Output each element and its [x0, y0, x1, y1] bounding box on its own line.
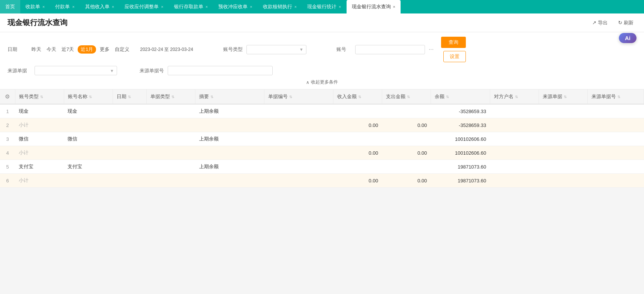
- account-input[interactable]: [355, 45, 425, 54]
- nav-tab-xianjinyinhang-query[interactable]: 现金银行流水查询 ×: [347, 0, 401, 13]
- close-icon[interactable]: ×: [161, 4, 163, 9]
- nav-tab-yinhangcunqu[interactable]: 银行存取款单 ×: [169, 0, 213, 13]
- account-type-label: 账号类型: [223, 46, 243, 53]
- export-icon: ↗: [592, 20, 596, 25]
- ai-badge[interactable]: Ai: [619, 33, 636, 43]
- source-doc-select[interactable]: [35, 66, 117, 75]
- cell-source-doc: [539, 174, 587, 188]
- close-icon[interactable]: ×: [250, 4, 252, 9]
- col-balance[interactable]: 余额⇅: [431, 90, 490, 104]
- col-date[interactable]: 日期⇅: [113, 90, 146, 104]
- row-number: 4: [0, 146, 15, 160]
- settings-button[interactable]: 设置: [443, 51, 466, 62]
- cell-account-name: 微信: [64, 132, 113, 146]
- collapse-up-icon: ∧: [306, 80, 309, 85]
- cell-income: [333, 160, 382, 174]
- row-number: 3: [0, 132, 15, 146]
- cell-summary: [195, 118, 264, 132]
- col-source-doc[interactable]: 来源单据⇅: [539, 90, 587, 104]
- close-icon[interactable]: ×: [42, 4, 45, 9]
- cell-doc-no: [264, 146, 333, 160]
- nav-tab-yushouzhong[interactable]: 预收冲应收单 ×: [213, 0, 257, 13]
- nav-tab-xianjinyinhang-stat[interactable]: 现金银行统计 ×: [302, 0, 346, 13]
- cell-doc-type: [147, 160, 195, 174]
- nav-tab-qitashouru[interactable]: 其他收入单 ×: [80, 0, 119, 13]
- source-doc-num-input[interactable]: [168, 66, 273, 75]
- cell-doc-type: [147, 174, 195, 188]
- date-opt-more[interactable]: 更多: [98, 45, 111, 54]
- cell-income: [333, 132, 382, 146]
- col-source-doc-no[interactable]: 来源单据号⇅: [587, 90, 644, 104]
- top-nav: 首页 收款单 × 付款单 × 其他收入单 × 应收应付调整单 × 银行存取款单 …: [0, 0, 644, 13]
- source-doc-num-label: 来源单据号: [140, 67, 164, 74]
- close-icon[interactable]: ×: [339, 4, 341, 9]
- close-icon[interactable]: ×: [393, 4, 395, 9]
- nav-home[interactable]: 首页: [0, 0, 20, 13]
- close-icon[interactable]: ×: [112, 4, 114, 9]
- cell-doc-type: [147, 118, 195, 132]
- cell-summary: 上期余额: [195, 160, 264, 174]
- data-table: ⚙ 账号类型⇅ 账号名称⇅ 日期⇅ 单据类型⇅ 摘要⇅ 单据编号⇅ 收入金额⇅ …: [0, 90, 644, 188]
- cell-source-doc-no: [587, 160, 644, 174]
- close-icon[interactable]: ×: [294, 4, 297, 9]
- refresh-button[interactable]: ↻ 刷新: [615, 18, 636, 28]
- cell-account-type: 小计: [15, 146, 64, 160]
- close-icon[interactable]: ×: [206, 4, 208, 9]
- export-button[interactable]: ↗ 导出: [589, 18, 611, 28]
- cell-balance: -3528659.33: [431, 118, 490, 132]
- cell-income: 0.00: [333, 146, 382, 160]
- cell-balance: 19871073.60: [431, 174, 490, 188]
- col-counterparty[interactable]: 对方户名⇅: [490, 90, 539, 104]
- cell-date: [113, 174, 146, 188]
- account-type-select[interactable]: [246, 45, 306, 54]
- col-summary[interactable]: 摘要⇅: [195, 90, 264, 104]
- col-income[interactable]: 收入金额⇅: [333, 90, 382, 104]
- col-expense[interactable]: 支出金额⇅: [382, 90, 431, 104]
- date-opt-7days[interactable]: 近7天: [60, 45, 75, 54]
- close-icon[interactable]: ×: [72, 4, 74, 9]
- nav-tab-shoudan[interactable]: 收款单 ×: [20, 0, 50, 13]
- cell-expense: [382, 104, 431, 118]
- date-options: 昨天 今天 近7天 近1月 更多 自定义: [30, 45, 131, 54]
- date-opt-custom[interactable]: 自定义: [113, 45, 131, 54]
- row-number: 6: [0, 174, 15, 188]
- gear-icon[interactable]: ⚙: [5, 93, 10, 100]
- nav-tab-fukuan[interactable]: 付款单 ×: [50, 0, 80, 13]
- cell-source-doc: [539, 160, 587, 174]
- cell-balance: 19871073.60: [431, 160, 490, 174]
- sort-icon: ⇅: [564, 95, 567, 99]
- date-opt-1month[interactable]: 近1月: [78, 45, 96, 54]
- col-account-type[interactable]: 账号类型⇅: [15, 90, 64, 104]
- cell-balance: 100102606.60: [431, 146, 490, 160]
- cell-summary: 上期余额: [195, 104, 264, 118]
- cell-counterparty: [490, 146, 539, 160]
- date-opt-yesterday[interactable]: 昨天: [30, 45, 43, 54]
- col-account-name[interactable]: 账号名称⇅: [64, 90, 113, 104]
- cell-doc-no: [264, 132, 333, 146]
- cell-account-name: 支付宝: [64, 160, 113, 174]
- date-opt-today[interactable]: 今天: [45, 45, 58, 54]
- cell-doc-type: [147, 146, 195, 160]
- table-container: ⚙ 账号类型⇅ 账号名称⇅ 日期⇅ 单据类型⇅ 摘要⇅ 单据编号⇅ 收入金额⇅ …: [0, 90, 644, 188]
- cell-counterparty: [490, 118, 539, 132]
- ellipsis-icon[interactable]: ···: [429, 46, 434, 53]
- cell-account-type: 小计: [15, 174, 64, 188]
- source-doc-select-wrapper: ▼: [35, 66, 117, 75]
- cell-doc-type: [147, 132, 195, 146]
- cell-doc-no: [264, 174, 333, 188]
- col-doc-no[interactable]: 单据编号⇅: [264, 90, 333, 104]
- cell-balance: -3528659.33: [431, 104, 490, 118]
- nav-tab-yingshoutiaozheng[interactable]: 应收应付调整单 ×: [119, 0, 168, 13]
- nav-tab-shoukuanhe[interactable]: 收款核销执行 ×: [258, 0, 302, 13]
- table-row: 5支付宝支付宝上期余额19871073.60: [0, 160, 644, 174]
- col-gear[interactable]: ⚙: [0, 90, 15, 104]
- row-number: 1: [0, 104, 15, 118]
- cell-expense: 0.00: [382, 118, 431, 132]
- collapse-bar[interactable]: ∧ 收起更多条件: [8, 79, 636, 85]
- right-buttons: 查询 设置: [441, 37, 466, 62]
- cell-date: [113, 104, 146, 118]
- query-button[interactable]: 查询: [441, 37, 466, 48]
- cell-doc-no: [264, 118, 333, 132]
- col-doc-type[interactable]: 单据类型⇅: [147, 90, 195, 104]
- account-label: 账号: [336, 46, 351, 53]
